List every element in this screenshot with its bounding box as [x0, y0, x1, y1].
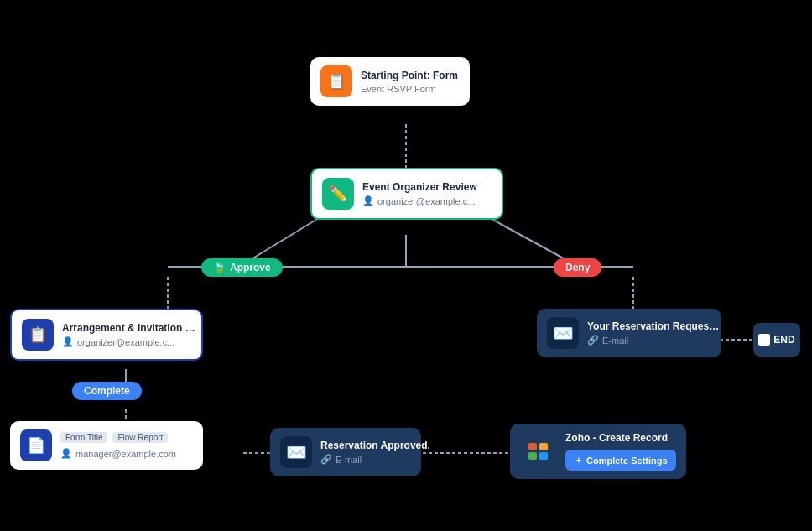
- approved-icon: ✉️: [280, 436, 312, 468]
- arrangement-title: Arrangement & Invitation Co...: [62, 322, 196, 334]
- end-node: END: [753, 323, 800, 357]
- approve-badge: 🍃 Approve: [201, 258, 283, 277]
- start-node: 📋 Starting Point: Form Event RSVP Form: [310, 57, 470, 106]
- deny-badge: Deny: [554, 258, 601, 277]
- start-icon: 📋: [320, 65, 352, 97]
- review-title: Event Organizer Review: [362, 181, 477, 193]
- complete-settings-button[interactable]: ＋ Complete Settings: [565, 450, 676, 471]
- denied-icon: ✉️: [547, 317, 579, 349]
- review-sub: 👤 organizer@example.c...: [362, 195, 477, 206]
- arrangement-node: 📋 Arrangement & Invitation Co... 👤 organ…: [10, 309, 203, 361]
- review-node: ✏️ Event Organizer Review 👤 organizer@ex…: [310, 168, 503, 220]
- report-icon: 📄: [20, 429, 52, 461]
- report-node: 📄 Form Title Flow Report 👤 manager@examp…: [10, 421, 203, 470]
- plus-icon: ＋: [574, 454, 583, 466]
- approved-node: ✉️ Reservation Approved. 🔗 E-mail: [270, 428, 421, 476]
- denied-node: ✉️ Your Reservation Request Ha... 🔗 E-ma…: [537, 309, 721, 357]
- denied-title: Your Reservation Request Ha...: [587, 320, 721, 332]
- start-sub: Event RSVP Form: [361, 84, 458, 94]
- approved-title: Reservation Approved.: [320, 440, 430, 451]
- start-title: Starting Point: Form: [361, 70, 458, 81]
- zoho-icon: [520, 433, 557, 470]
- denied-sub: 🔗 E-mail: [587, 335, 721, 346]
- complete-badge: Complete: [72, 382, 142, 400]
- approved-sub: 🔗 E-mail: [320, 454, 430, 465]
- end-icon: [758, 334, 770, 346]
- zoho-title: Zoho - Create Record: [565, 432, 676, 444]
- arrangement-sub: 👤 organizer@example.c...: [62, 336, 196, 347]
- arrangement-icon: 📋: [22, 319, 54, 351]
- report-sub: 👤 manager@example.com: [60, 448, 176, 459]
- report-tag1: Form Title: [60, 432, 107, 443]
- review-icon: ✏️: [322, 178, 354, 210]
- zoho-node: Zoho - Create Record ＋ Complete Settings: [510, 424, 686, 479]
- report-tag2: Flow Report: [112, 432, 168, 443]
